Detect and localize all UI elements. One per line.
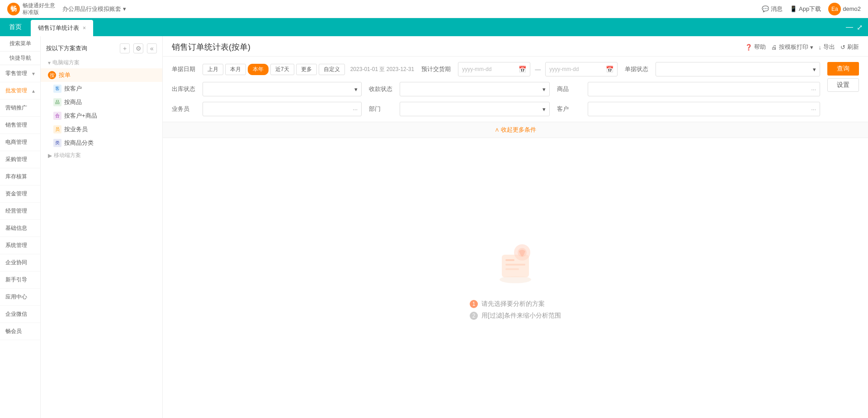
date-btn-this-year[interactable]: 本年 [248,64,269,75]
avatar: Ea [828,3,841,15]
sidebar-item-newbie[interactable]: 新手引导 [0,271,40,289]
left-panel: 按以下方案查询 + ⚙ « ▾ 电脑端方案 按 按单 客 [41,36,163,418]
svg-rect-4 [505,268,519,270]
tab-close-btn[interactable]: × [83,25,86,31]
calendar-from-icon[interactable]: 📅 [519,66,526,73]
page-title: 销售订单统计表(按单) [172,42,250,52]
goods-input[interactable]: ··· [588,82,820,96]
help-btn[interactable]: ❓ 帮助 [745,43,766,51]
app-download-btn[interactable]: 📱 App下载 [790,5,821,13]
date-filter-group: 单据日期 上月 本月 本年 近7天 更多 自定义 [172,64,414,75]
refresh-btn[interactable]: ↺ 刷新 [840,43,859,51]
sidebar-item-system[interactable]: 系统管理 [0,237,40,254]
sidebar-item-basic[interactable]: 基础信息 [0,220,40,237]
out-status-select[interactable]: ▾ [203,82,362,96]
export-btn[interactable]: ↓ 导出 [819,43,835,51]
scheme-goods-icon: 品 [53,98,61,106]
date-range-text: 2023-01-01 至 2023-12-31 [350,66,414,73]
reset-button[interactable]: 设置 [827,78,859,92]
download-icon: 📱 [790,5,797,12]
message-btn[interactable]: 💬 消息 [762,5,783,13]
customer-input[interactable]: ··· [588,102,820,116]
left-panel-header: 按以下方案查询 + ⚙ « [41,42,162,57]
tree-expand-right-icon: ▶ [48,152,52,159]
sidebar-item-sales[interactable]: 销售管理 [0,117,40,134]
empty-state: 1 请先选择要分析的方案 2 用[过滤]条件来缩小分析范围 [163,138,868,418]
collapse-bar[interactable]: ∧ 收起更多条件 [163,122,868,138]
app-name: 办公用品行业模拟账套 [62,5,121,13]
left-panel-title: 按以下方案查询 [46,44,87,52]
sidebar-search[interactable]: 搜索菜单 [0,36,40,52]
tab-active-label: 销售订单统计表 [38,24,79,32]
salesperson-more-icon[interactable]: ··· [353,106,358,113]
tab-maximize-icon[interactable]: ⤢ [857,23,863,32]
scheme-by-goods[interactable]: 品 按商品 [41,95,162,109]
scheme-by-customer[interactable]: 客 按客户 [41,82,162,95]
svg-rect-2 [505,259,514,261]
sidebar-item-inventory[interactable]: 库存核算 [0,168,40,185]
tip-num-2: 2 [470,312,478,320]
sidebar-item-marketing[interactable]: 营销推广 [0,100,40,117]
app-selector[interactable]: 办公用品行业模拟账套 ▾ [59,5,130,13]
date-btn-7days[interactable]: 近7天 [270,64,294,75]
pc-scheme-group[interactable]: ▾ 电脑端方案 [41,57,162,68]
expected-date-from[interactable]: yyyy-mm-dd 📅 [458,62,530,76]
print-icon: 🖨 [771,44,777,51]
print-dropdown-icon[interactable]: ▾ [810,44,813,51]
receipt-status-dropdown-icon: ▾ [542,86,546,93]
date-btn-custom[interactable]: 自定义 [319,64,345,75]
sidebar-item-wholesale[interactable]: 批发管理 ▴ [0,82,40,100]
scheme-by-order[interactable]: 按 按单 [41,68,162,82]
sidebar-item-retail[interactable]: 零售管理 ▾ [0,65,40,82]
salesperson-input[interactable]: ··· [203,102,362,116]
date-btn-this-month[interactable]: 本月 [225,64,246,75]
collapse-label: 收起更多条件 [501,126,536,133]
receipt-status-select[interactable]: ▾ [400,82,550,96]
tab-minimize-icon[interactable]: — [846,23,853,31]
tab-home[interactable]: 首页 [0,18,31,36]
scheme-by-customer-goods[interactable]: 合 按客户+商品 [41,109,162,123]
top-bar-left: 畅 畅捷通好生意 标准版 办公用品行业模拟账套 ▾ [7,2,130,15]
logo-area: 畅 畅捷通好生意 标准版 [7,2,55,15]
status-select[interactable]: ▾ [656,62,820,76]
scheme-by-goods-category[interactable]: 类 按商品分类 [41,136,162,150]
salesperson-label: 业务员 [172,105,199,113]
tab-bar-actions: — ⤢ [846,23,868,32]
customer-group: 客户 ··· [557,102,820,116]
sidebar-quick-nav[interactable]: 快捷导航 [0,52,40,65]
expected-date-to[interactable]: yyyy-mm-dd 📅 [545,62,618,76]
search-button[interactable]: 查询 [827,62,859,76]
scheme-bar-icon: 员 [53,125,61,133]
goods-more-icon[interactable]: ··· [811,86,816,93]
sidebar-item-operations[interactable]: 经营管理 [0,203,40,220]
sidebar-item-members[interactable]: 畅会员 [0,323,40,340]
settings-scheme-btn[interactable]: ⚙ [133,43,143,53]
date-btn-last-month[interactable]: 上月 [203,64,223,75]
dept-select[interactable]: ▾ [400,102,550,116]
page-title-row: 销售订单统计表(按单) ❓ 帮助 🖨 按模板打印 ▾ [172,42,859,52]
sidebar-item-finance[interactable]: 资金管理 [0,185,40,203]
sidebar-item-ecommerce[interactable]: 电商管理 [0,134,40,151]
scheme-by-salesperson[interactable]: 员 按业务员 [41,123,162,136]
sidebar-item-purchase[interactable]: 采购管理 [0,151,40,168]
sidebar-item-apps[interactable]: 应用中心 [0,289,40,306]
status-label: 单据状态 [625,65,652,73]
export-icon: ↓ [819,44,822,51]
user-menu[interactable]: Ea demo2 [828,3,861,15]
dept-group: 部门 ▾ [369,102,550,116]
sidebar-item-wechat[interactable]: 企业微信 [0,306,40,323]
customer-more-icon[interactable]: ··· [811,106,816,113]
scheme-combo-icon: 合 [53,112,61,120]
tree-expand-icon: ▾ [48,60,51,66]
tab-active[interactable]: 销售订单统计表 × [31,20,93,36]
calendar-to-icon[interactable]: 📅 [606,66,613,73]
expected-date-label: 预计交货期 [421,65,455,73]
date-btn-more[interactable]: 更多 [296,64,317,75]
print-btn[interactable]: 🖨 按模板打印 ▾ [771,43,813,51]
help-icon: ❓ [745,44,752,51]
dept-dropdown-icon: ▾ [542,106,546,113]
collapse-panel-btn[interactable]: « [147,43,157,53]
sidebar-item-collab[interactable]: 企业协同 [0,254,40,271]
mobile-scheme-group[interactable]: ▶ 移动端方案 [41,150,162,161]
add-scheme-btn[interactable]: + [120,43,130,53]
